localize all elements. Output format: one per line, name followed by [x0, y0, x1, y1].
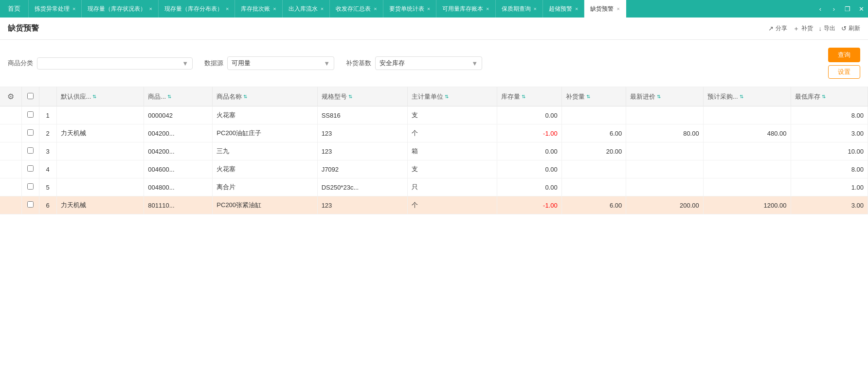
sort-code[interactable]: 商品... ⇅ [148, 92, 171, 101]
tab-close-icon[interactable]: × [72, 6, 75, 12]
category-select[interactable]: ▼ [37, 57, 193, 70]
gear-icon[interactable]: ⚙ [7, 92, 14, 101]
replenish-base-select[interactable]: 安全库存 ▼ [375, 56, 482, 70]
tab-stock-dist[interactable]: 现存量（库存分布表）× [159, 0, 235, 18]
cell-checkbox[interactable] [21, 196, 39, 214]
th-supplier[interactable]: 默认供应... ⇅ [56, 87, 144, 106]
cell-num: 3 [39, 142, 56, 160]
row-checkbox[interactable] [27, 147, 34, 154]
th-settings[interactable]: ⚙ [0, 87, 21, 106]
category-label: 商品分类 [8, 59, 33, 68]
cell-code: 801110... [144, 196, 213, 214]
refresh-btn[interactable]: ↺ 刷新 [841, 24, 860, 33]
th-code[interactable]: 商品... ⇅ [144, 87, 213, 106]
tab-label: 收发存汇总表 [336, 5, 371, 13]
th-min-stock[interactable]: 最低库存 ⇅ [791, 87, 868, 106]
row-checkbox[interactable] [27, 111, 34, 118]
sort-supplier[interactable]: 默认供应... ⇅ [61, 92, 97, 101]
cell-latest-price [626, 178, 703, 196]
tab-label: 库存批次账 [241, 5, 270, 13]
datasource-value: 可用量 [232, 59, 324, 68]
cell-supplier [56, 106, 144, 124]
export-btn[interactable]: ↓ 导出 [819, 24, 836, 33]
tab-close-icon[interactable]: × [374, 6, 377, 12]
tab-close-icon[interactable]: × [149, 6, 152, 12]
table-row: 3 004200... 三九 123 箱 0.00 20.00 10.00 [0, 142, 868, 160]
tab-close-icon[interactable]: × [486, 6, 489, 12]
replenish-btn[interactable]: ＋ 补货 [793, 24, 813, 33]
tab-close-icon[interactable]: × [226, 6, 229, 12]
row-checkbox[interactable] [27, 165, 34, 172]
tab-label: 出入库流水 [289, 5, 318, 13]
tab-expiry[interactable]: 保质期查询× [496, 0, 543, 18]
datasource-arrow-icon: ▼ [324, 60, 330, 67]
tab-close-icon[interactable]: × [534, 6, 537, 12]
tab-restore-btn[interactable]: ❐ [841, 0, 854, 18]
th-name[interactable]: 商品名称 ⇅ [213, 87, 317, 106]
th-estimated-purchase[interactable]: 预计采购... ⇅ [703, 87, 791, 106]
th-unit[interactable]: 主计量单位 ⇅ [407, 87, 497, 106]
settings-button[interactable]: 设置 [828, 65, 860, 79]
tab-overstock[interactable]: 超储预警× [543, 0, 584, 18]
row-checkbox[interactable] [27, 129, 34, 136]
tab-bar: 首页 拣货异常处理×现存量（库存状况表）×现存量（库存分布表）×库存批次账×出入… [0, 0, 868, 18]
tab-prev-btn[interactable]: ‹ [814, 0, 827, 18]
cell-stock: 0.00 [497, 178, 562, 196]
sort-replenish[interactable]: 补货量 ⇅ [566, 92, 590, 101]
tab-close-btn[interactable]: ✕ [854, 0, 868, 18]
tab-label: 现存量（库存状况表） [88, 5, 146, 13]
th-stock[interactable]: 库存量 ⇅ [497, 87, 562, 106]
table-header-row: ⚙ 默认供应... ⇅ 商品... [0, 87, 868, 106]
export-icon: ↓ [819, 25, 822, 32]
tab-label: 要货单统计表 [389, 5, 424, 13]
tab-close-icon[interactable]: × [575, 6, 578, 12]
th-latest-price[interactable]: 最新进价 ⇅ [626, 87, 703, 106]
tab-close-icon[interactable]: × [427, 6, 430, 12]
filter-actions: 查询 设置 [828, 48, 860, 79]
sort-name[interactable]: 商品名称 ⇅ [217, 92, 247, 101]
cell-latest-price [626, 106, 703, 124]
th-num [39, 87, 56, 106]
sort-min-stock[interactable]: 最低库存 ⇅ [795, 92, 826, 101]
cell-checkbox[interactable] [21, 160, 39, 178]
row-checkbox[interactable] [27, 183, 34, 190]
table-row: 1 0000042 火花塞 SS816 支 0.00 8.00 [0, 106, 868, 124]
page-container: 缺货预警 ↗ 分享 ＋ 补货 ↓ 导出 ↺ 刷新 商品分类 [0, 18, 868, 387]
tab-home[interactable]: 首页 [0, 0, 29, 18]
sort-estimated-purchase[interactable]: 预计采购... ⇅ [707, 92, 743, 101]
th-replenish[interactable]: 补货量 ⇅ [561, 87, 626, 106]
tab-batch-account[interactable]: 库存批次账× [235, 0, 282, 18]
cell-checkbox[interactable] [21, 106, 39, 124]
tab-order-stats[interactable]: 要货单统计表× [383, 0, 436, 18]
share-btn[interactable]: ↗ 分享 [768, 24, 787, 33]
tab-flow[interactable]: 出入库流水× [283, 0, 330, 18]
tab-shortage[interactable]: 缺货预警× [584, 0, 626, 18]
tab-available-ledger[interactable]: 可用量库存账本× [436, 0, 495, 18]
sort-spec[interactable]: 规格型号 ⇅ [322, 92, 352, 101]
tab-next-btn[interactable]: › [827, 0, 841, 18]
cell-min-stock: 3.00 [791, 196, 868, 214]
table-body: 1 0000042 火花塞 SS816 支 0.00 8.00 2 力天机械 0… [0, 106, 868, 214]
sort-unit[interactable]: 主计量单位 ⇅ [412, 92, 449, 101]
query-button[interactable]: 查询 [828, 48, 860, 62]
table-row: 4 004600... 火花塞 J7092 支 0.00 8.00 [0, 160, 868, 178]
sort-stock[interactable]: 库存量 ⇅ [501, 92, 525, 101]
cell-checkbox[interactable] [21, 124, 39, 142]
tab-close-icon[interactable]: × [616, 6, 619, 12]
filter-group-datasource: 数据源 可用量 ▼ [204, 56, 334, 70]
sort-latest-price[interactable]: 最新进价 ⇅ [630, 92, 661, 101]
tab-exception[interactable]: 拣货异常处理× [29, 0, 82, 18]
sort-estimated-purchase-icon: ⇅ [740, 94, 743, 99]
row-checkbox[interactable] [27, 201, 34, 208]
cell-stock: -1.00 [497, 196, 562, 214]
tab-stock-status[interactable]: 现存量（库存状况表）× [82, 0, 158, 18]
tab-close-icon[interactable]: × [273, 6, 276, 12]
tab-collect-summary[interactable]: 收发存汇总表× [330, 0, 383, 18]
cell-checkbox[interactable] [21, 142, 39, 160]
tab-close-icon[interactable]: × [321, 6, 324, 12]
tab-label: 保质期查询 [502, 5, 531, 13]
select-all-checkbox[interactable] [27, 93, 34, 99]
datasource-select[interactable]: 可用量 ▼ [227, 56, 334, 70]
cell-checkbox[interactable] [21, 178, 39, 196]
th-spec[interactable]: 规格型号 ⇅ [317, 87, 407, 106]
